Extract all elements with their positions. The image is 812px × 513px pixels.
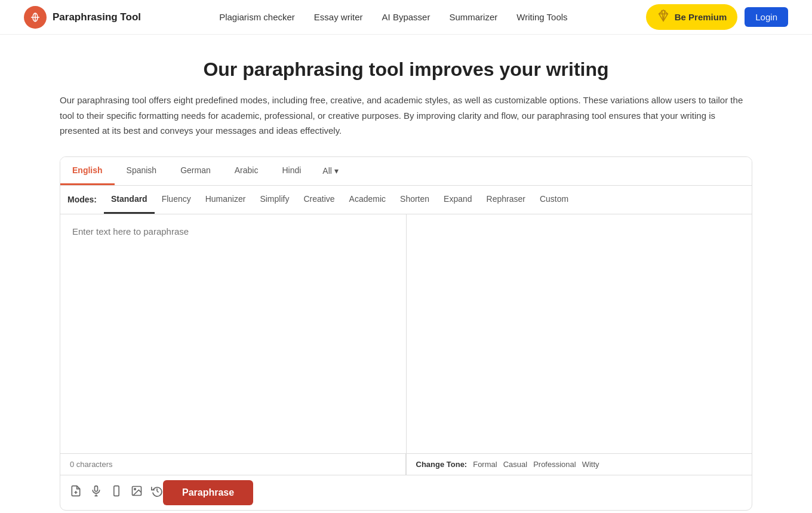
tone-professional[interactable]: Professional bbox=[533, 460, 576, 469]
mode-tab-fluency[interactable]: Fluency bbox=[155, 186, 198, 214]
paraphrase-input[interactable] bbox=[60, 214, 406, 453]
svg-rect-13 bbox=[114, 486, 119, 496]
premium-label: Be Premium bbox=[675, 12, 727, 22]
lang-tab-english[interactable]: English bbox=[60, 157, 115, 185]
history-icon[interactable] bbox=[151, 485, 163, 500]
svg-point-16 bbox=[134, 489, 136, 490]
lang-all-dropdown[interactable]: All ▾ bbox=[313, 158, 348, 184]
microphone-icon[interactable] bbox=[90, 485, 102, 500]
mode-tab-rephraser[interactable]: Rephraser bbox=[479, 186, 533, 214]
input-panel-bottom: 0 characters bbox=[60, 453, 407, 475]
lang-tab-german[interactable]: German bbox=[168, 157, 223, 185]
hero-title: Our paraphrasing tool improves your writ… bbox=[60, 59, 752, 81]
text-panels bbox=[60, 214, 752, 453]
all-label: All bbox=[322, 166, 332, 176]
login-button[interactable]: Login bbox=[745, 7, 788, 27]
lang-tab-arabic[interactable]: Arabic bbox=[223, 157, 270, 185]
phone-icon[interactable] bbox=[110, 485, 122, 500]
change-tone-bar: Change Tone: Formal Casual Professional … bbox=[407, 453, 752, 475]
toolbar-row: Paraphrase bbox=[60, 475, 752, 510]
mode-tab-shorten[interactable]: Shorten bbox=[393, 186, 436, 214]
mode-tab-custom[interactable]: Custom bbox=[533, 186, 576, 214]
paraphrase-button[interactable]: Paraphrase bbox=[163, 480, 253, 505]
svg-rect-10 bbox=[95, 486, 98, 492]
diamond-icon bbox=[657, 9, 670, 25]
input-panel bbox=[60, 214, 407, 453]
logo-area: Paraphrasing Tool bbox=[24, 6, 141, 29]
mode-tab-academic[interactable]: Academic bbox=[342, 186, 393, 214]
tone-witty[interactable]: Witty bbox=[582, 460, 599, 469]
mode-tab-humanizer[interactable]: Humanizer bbox=[198, 186, 253, 214]
nav-essay-writer[interactable]: Essay writer bbox=[314, 12, 363, 22]
mode-tab-creative[interactable]: Creative bbox=[296, 186, 342, 214]
tone-formal[interactable]: Formal bbox=[473, 460, 497, 469]
hero-description: Our paraphrasing tool offers eight prede… bbox=[60, 93, 752, 139]
output-panel-bottom: Change Tone: Formal Casual Professional … bbox=[407, 453, 752, 475]
header: Paraphrasing Tool Plagiarism checker Ess… bbox=[0, 0, 812, 35]
mode-tab-simplify[interactable]: Simplify bbox=[253, 186, 296, 214]
panels-bottom: 0 characters Change Tone: Formal Casual … bbox=[60, 453, 752, 475]
logo-icon bbox=[24, 6, 47, 29]
lang-tab-spanish[interactable]: Spanish bbox=[115, 157, 169, 185]
toolbar-icons bbox=[70, 485, 163, 500]
main-nav: Plagiarism checker Essay writer AI Bypas… bbox=[219, 12, 567, 22]
logo-text: Paraphrasing Tool bbox=[53, 11, 141, 23]
chevron-down-icon: ▾ bbox=[334, 166, 339, 176]
nav-writing-tools[interactable]: Writing Tools bbox=[516, 12, 567, 22]
be-premium-button[interactable]: Be Premium bbox=[646, 4, 738, 30]
file-upload-icon[interactable] bbox=[70, 485, 82, 500]
output-text bbox=[407, 214, 752, 453]
mode-tabs-row: Modes: Standard Fluency Humanizer Simpli… bbox=[60, 186, 752, 214]
nav-ai-bypasser[interactable]: AI Bypasser bbox=[382, 12, 430, 22]
language-tabs: English Spanish German Arabic Hindi All … bbox=[60, 157, 752, 186]
tool-area: English Spanish German Arabic Hindi All … bbox=[60, 156, 752, 511]
output-panel bbox=[407, 214, 752, 453]
lang-tab-hindi[interactable]: Hindi bbox=[270, 157, 313, 185]
change-tone-label: Change Tone: bbox=[416, 460, 467, 469]
header-right: Be Premium Login bbox=[646, 4, 788, 30]
tone-casual[interactable]: Casual bbox=[503, 460, 527, 469]
nav-plagiarism-checker[interactable]: Plagiarism checker bbox=[219, 12, 295, 22]
mode-tab-expand[interactable]: Expand bbox=[436, 186, 479, 214]
modes-label: Modes: bbox=[67, 195, 97, 204]
mode-tab-standard[interactable]: Standard bbox=[104, 186, 155, 214]
image-icon[interactable] bbox=[131, 485, 143, 500]
char-count: 0 characters bbox=[60, 453, 406, 475]
main-content: Our paraphrasing tool improves your writ… bbox=[48, 35, 764, 513]
nav-summarizer[interactable]: Summarizer bbox=[449, 12, 497, 22]
